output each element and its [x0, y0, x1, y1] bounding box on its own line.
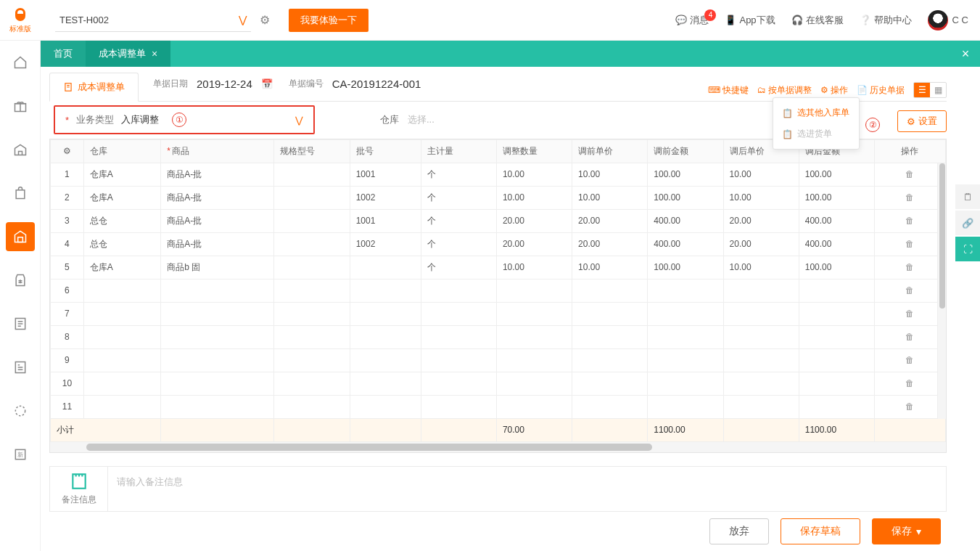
- nav-inventory[interactable]: [6, 222, 35, 251]
- business-type-select[interactable]: * 业务类型 入库调整 ① ⋁: [54, 105, 315, 134]
- messages-badge: 4: [704, 9, 716, 21]
- table-row[interactable]: 1仓库A商品A-批1001个10.0010.00100.0010.00100.0…: [51, 163, 946, 186]
- left-sidebar: 新: [0, 41, 41, 551]
- delete-icon[interactable]: 🗑: [905, 355, 914, 365]
- trial-button[interactable]: 我要体验一下: [289, 9, 368, 32]
- doc-no-value: CA-20191224-001: [332, 78, 421, 90]
- col-warehouse[interactable]: 仓库: [83, 139, 160, 163]
- close-all-tabs[interactable]: ×: [951, 41, 980, 67]
- nav-bill[interactable]: [6, 353, 35, 382]
- delete-icon[interactable]: 🗑: [905, 309, 914, 319]
- nav-home[interactable]: [6, 48, 35, 77]
- footer-actions: 放弃 保存草稿 保存 ▾: [49, 512, 947, 551]
- settings-button[interactable]: ⚙ 设置: [897, 110, 947, 132]
- nav-new[interactable]: 新: [6, 440, 35, 469]
- action-ops[interactable]: ⚙ 操作: [820, 84, 848, 97]
- col-batch[interactable]: 批号: [350, 139, 421, 163]
- table-row[interactable]: 7🗑: [51, 302, 946, 325]
- table-row[interactable]: 2仓库A商品A-批1002个10.0010.00100.0010.00100.0…: [51, 186, 946, 209]
- annotation-2: ②: [865, 118, 880, 132]
- chevron-down-icon: ▾: [916, 526, 921, 537]
- nav-finance[interactable]: [6, 266, 35, 295]
- gear-icon: ⚙: [63, 146, 71, 156]
- table-row[interactable]: 5仓库A商品b 固个10.0010.00100.0010.00100.00🗑: [51, 256, 946, 279]
- col-product[interactable]: *商品: [161, 139, 274, 163]
- delete-icon[interactable]: 🗑: [905, 285, 914, 295]
- messages-link[interactable]: 💬 消息 4: [675, 14, 709, 27]
- action-history[interactable]: 📄 历史单据: [857, 84, 905, 97]
- nav-circle[interactable]: [6, 396, 35, 425]
- col-op: 操作: [874, 139, 945, 163]
- remark-label: 备注信息: [50, 467, 108, 511]
- col-unit[interactable]: 主计量: [421, 139, 496, 163]
- table-row[interactable]: 8🗑: [51, 325, 946, 348]
- delete-icon[interactable]: 🗑: [905, 169, 914, 179]
- online-cs-link[interactable]: 🎧 在线客服: [791, 14, 844, 27]
- warehouse-select[interactable]: 仓库 选择...: [380, 113, 435, 126]
- subtotal-row: 小计 70.00 1100.00 1100.00: [51, 418, 946, 441]
- top-header: 标准版 TEST-H002 ⋁ ⚙ 我要体验一下 💬 消息 4 📱 App下载 …: [0, 0, 980, 41]
- table-row[interactable]: 4总仓商品A-批1002个20.0020.00400.0020.00400.00…: [51, 232, 946, 256]
- company-select[interactable]: TEST-H002 ⋁: [55, 9, 251, 32]
- delete-icon[interactable]: 🗑: [905, 378, 914, 388]
- delete-icon[interactable]: 🗑: [905, 216, 914, 226]
- opt-purchase[interactable]: 📋 选进货单: [773, 123, 859, 144]
- tab-home[interactable]: 首页: [41, 41, 86, 67]
- message-icon: 💬: [675, 15, 687, 25]
- doc-meta: 单据日期 2019-12-24 📅 单据编号 CA-20191224-001: [153, 69, 421, 98]
- col-pre-amt[interactable]: 调前金额: [648, 139, 723, 163]
- top-right-nav: 💬 消息 4 📱 App下载 🎧 在线客服 ❔ 帮助中心 C C: [675, 10, 968, 30]
- col-spec[interactable]: 规格型号: [274, 139, 350, 163]
- remark-input[interactable]: [108, 467, 946, 511]
- main-panel: 成本调整单 单据日期 2019-12-24 📅 单据编号 CA-20191224…: [41, 67, 955, 551]
- action-by-bill[interactable]: 🗂 按单据调整: [757, 84, 812, 97]
- discard-button[interactable]: 放弃: [709, 518, 769, 544]
- table-row[interactable]: 9🗑: [51, 348, 946, 372]
- rail-note-icon[interactable]: 🗒: [955, 184, 980, 209]
- tab-cost-adjust[interactable]: 成本调整单 ×: [86, 41, 170, 67]
- data-table: ⚙ 仓库 *商品 规格型号 批号 主计量 调整数量 调前单价 调前金额 调后单价…: [49, 139, 947, 453]
- opt-other-inbound[interactable]: 📋 选其他入库单: [773, 102, 859, 123]
- gear-icon[interactable]: ⚙: [260, 13, 270, 27]
- horizontal-scrollbar[interactable]: [50, 442, 946, 452]
- table-row[interactable]: 10🗑: [51, 372, 946, 395]
- close-icon[interactable]: ×: [152, 48, 157, 60]
- vertical-scrollbar[interactable]: [937, 163, 946, 419]
- nav-report[interactable]: [6, 309, 35, 338]
- help-link[interactable]: ❔ 帮助中心: [860, 14, 912, 27]
- phone-icon: 📱: [725, 15, 736, 25]
- action-shortcut[interactable]: ⌨ 快捷键: [708, 84, 749, 97]
- note-icon: [70, 472, 88, 491]
- col-pre-price[interactable]: 调前单价: [572, 139, 648, 163]
- rail-expand-icon[interactable]: ⛶: [955, 237, 980, 261]
- doc-tab[interactable]: 成本调整单: [49, 73, 139, 102]
- nav-warehouse[interactable]: [6, 135, 35, 164]
- nav-bag[interactable]: [6, 179, 35, 208]
- view-grid-icon[interactable]: ▦: [930, 83, 946, 97]
- col-qty[interactable]: 调整数量: [496, 139, 572, 163]
- doc-date-value[interactable]: 2019-12-24: [197, 78, 252, 90]
- user-menu[interactable]: C C: [928, 10, 968, 30]
- help-icon: ❔: [860, 15, 871, 25]
- table-row[interactable]: 11🗑: [51, 395, 946, 418]
- filter-row: * 业务类型 入库调整 ① ⋁ 仓库 选择... 📋 选其他入库单 📋 选进货单…: [49, 102, 947, 139]
- rail-link-icon[interactable]: 🔗: [955, 211, 980, 235]
- doc-actions: ⌨ 快捷键 🗂 按单据调整 ⚙ 操作 📄 历史单据 ☰ ▦: [708, 82, 947, 98]
- table-row[interactable]: 3总仓商品A-批1001个20.0020.00400.0020.00400.00…: [51, 209, 946, 232]
- col-gear[interactable]: ⚙: [51, 139, 84, 163]
- save-draft-button[interactable]: 保存草稿: [781, 518, 860, 544]
- view-list-icon[interactable]: ☰: [914, 83, 930, 97]
- delete-icon[interactable]: 🗑: [905, 332, 914, 342]
- delete-icon[interactable]: 🗑: [905, 262, 914, 272]
- chevron-down-icon: ⋁: [295, 115, 303, 126]
- save-button[interactable]: 保存 ▾: [872, 518, 941, 544]
- delete-icon[interactable]: 🗑: [905, 401, 914, 412]
- doc-icon: [63, 82, 73, 92]
- nav-gift[interactable]: [6, 91, 35, 121]
- delete-icon[interactable]: 🗑: [905, 239, 914, 249]
- table-row[interactable]: 6🗑: [51, 279, 946, 302]
- delete-icon[interactable]: 🗑: [905, 192, 914, 203]
- logo-tag: 标准版: [9, 24, 31, 34]
- calendar-icon[interactable]: 📅: [261, 78, 273, 89]
- app-download-link[interactable]: 📱 App下载: [725, 14, 775, 27]
